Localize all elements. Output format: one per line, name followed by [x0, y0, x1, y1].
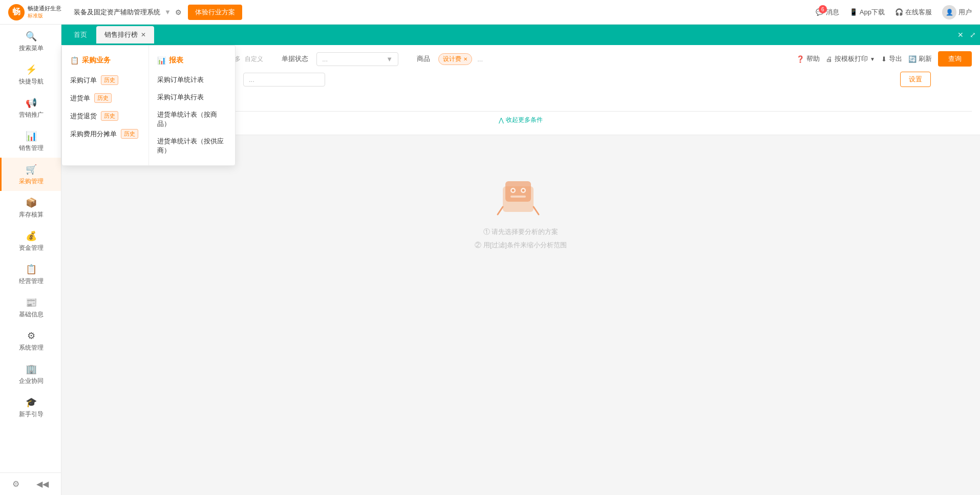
goods-tag: 设计费 ✕	[438, 53, 472, 65]
empty-icon	[495, 176, 546, 217]
collapse-arrow-icon: ⋀	[499, 117, 504, 124]
refresh-label: 刷新	[919, 54, 932, 63]
app-download-label: App下载	[860, 8, 885, 17]
empty-hint-1: ① 请先选择要分析的方案	[483, 225, 559, 239]
sidebar-label-guide: 新手引导	[19, 410, 44, 419]
sidebar-item-enterprise[interactable]: 🏢 企业协同	[0, 357, 61, 391]
tab-expand-icon[interactable]: ⤢	[970, 31, 976, 39]
sidebar-collapse-btn[interactable]: ◀◀	[36, 479, 49, 489]
dropdown-purchase-col: 📋 采购业务 采购订单 历史 进货单 历史 进货退货 历史 采购费用分摊单 历史	[62, 46, 149, 165]
settings-btn-area: 设置	[900, 72, 931, 87]
system-title-text: 装备及固定资产辅助管理系统	[74, 8, 160, 17]
empty-hint-2: ② 用[过滤]条件来缩小分析范围	[475, 239, 567, 252]
sidebar-label-operations: 经营管理	[19, 277, 44, 286]
goods-more-dots[interactable]: ...	[477, 55, 483, 63]
operations-icon: 📋	[26, 264, 37, 275]
sidebar-item-base-info[interactable]: 📰 基础信息	[0, 291, 61, 324]
dropdown-item-cost[interactable]: 采购费用分摊单 历史	[62, 125, 148, 143]
dropdown-item-inbound-stat-supplier[interactable]: 进货单统计表（按供应商）	[149, 133, 236, 159]
history-badge-0: 历史	[101, 75, 118, 85]
order-stat-label: 采购订单统计表	[157, 75, 204, 84]
inbound-stat-supplier-label: 进货单统计表（按供应商）	[157, 137, 227, 155]
dropdown-menu: 📋 采购业务 采购订单 历史 进货单 历史 进货退货 历史 采购费用分摊单 历史…	[61, 45, 236, 166]
dropdown-item-inbound-stat-goods[interactable]: 进货单统计表（按商品）	[149, 106, 236, 133]
history-badge-2: 历史	[101, 111, 118, 121]
settings-btn[interactable]: 设置	[900, 72, 931, 87]
dropdown-item-purchase-order[interactable]: 采购订单 历史	[62, 71, 148, 89]
sidebar-item-operations[interactable]: 📋 经营管理	[0, 257, 61, 291]
salesman-filter-select[interactable]: ...	[243, 73, 325, 87]
return-label: 进货退货	[70, 112, 97, 121]
message-badge: 6	[819, 5, 827, 13]
order-exec-label: 采购订单执行表	[157, 93, 204, 102]
online-service-item[interactable]: 🎧 在线客服	[895, 8, 932, 17]
search-icon: 🔍	[26, 31, 37, 42]
inventory-icon: 📦	[26, 197, 37, 208]
headset-icon: 🎧	[895, 8, 903, 16]
sidebar-item-finance[interactable]: 💰 资金管理	[0, 224, 61, 257]
sidebar-item-inventory[interactable]: 📦 库存核算	[0, 191, 61, 224]
dropdown-item-order-stat[interactable]: 采购订单统计表	[149, 71, 236, 89]
dropdown-arrow-icon[interactable]: ▼	[164, 8, 171, 16]
sidebar-item-guide[interactable]: 🎓 新手引导	[0, 391, 61, 424]
sidebar-label-finance: 资金管理	[19, 244, 44, 252]
tab-sales-rank[interactable]: 销售排行榜 ✕	[96, 26, 154, 44]
goods-tag-text: 设计费	[443, 55, 461, 63]
status-filter-select[interactable]: ... ▼	[316, 52, 398, 66]
sidebar-item-quick-nav[interactable]: ⚡ 快捷导航	[0, 58, 61, 91]
logo-area: 畅 畅捷通好生意 标准版	[8, 4, 70, 20]
logo-badge: 标准版	[28, 12, 61, 19]
messages-label: 消息	[826, 8, 839, 17]
industry-btn[interactable]: 体验行业方案	[188, 5, 242, 20]
user-item[interactable]: 👤 用户	[942, 5, 972, 19]
export-btn[interactable]: ⬇ 导出	[881, 54, 902, 63]
tab-close-icon[interactable]: ✕	[141, 31, 146, 38]
avatar: 👤	[942, 5, 956, 19]
sidebar-label-search: 搜索菜单	[19, 44, 44, 53]
purchase-order-label: 采购订单	[70, 76, 97, 85]
tab-home[interactable]: 首页	[66, 26, 95, 44]
base-info-icon: 📰	[26, 297, 37, 308]
report-header-label: 报表	[169, 56, 183, 65]
goods-tag-close[interactable]: ✕	[463, 56, 467, 62]
help-label: 帮助	[806, 54, 820, 63]
sidebar-item-sales[interactable]: 📊 销售管理	[0, 124, 61, 158]
svg-point-5	[522, 189, 525, 192]
dropdown-item-return[interactable]: 进货退货 历史	[62, 107, 148, 125]
marketing-icon: 📢	[26, 97, 37, 109]
sidebar-item-search[interactable]: 🔍 搜索菜单	[0, 25, 61, 58]
date-custom-btn[interactable]: 自定义	[245, 55, 263, 63]
sidebar-item-marketing[interactable]: 📢 营销推广	[0, 91, 61, 124]
sidebar-label-inventory: 库存核算	[19, 210, 44, 219]
settings-icon[interactable]: ⚙	[175, 8, 182, 16]
tab-bar: 首页 销售排行榜 ✕ ✕ ⤢	[61, 25, 980, 45]
quick-nav-icon: ⚡	[26, 64, 37, 75]
top-right: 💬 6 消息 📱 App下载 🎧 在线客服 👤 用户	[816, 5, 972, 19]
sidebar-label-base-info: 基础信息	[19, 310, 44, 319]
purchase-header-icon: 📋	[70, 56, 79, 64]
logo-icon: 畅	[8, 4, 25, 20]
toolbar-right: ❓ 帮助 🖨 按模板打印 ▼ ⬇ 导出 🔄 刷新	[796, 51, 972, 67]
tab-window-close-icon[interactable]: ✕	[957, 31, 964, 39]
messages-item[interactable]: 💬 6 消息	[816, 8, 839, 17]
dropdown-item-order-exec[interactable]: 采购订单执行表	[149, 89, 236, 106]
refresh-icon: 🔄	[908, 55, 917, 63]
history-badge-1: 历史	[94, 93, 112, 103]
refresh-btn[interactable]: 🔄 刷新	[908, 54, 932, 63]
help-icon: ❓	[796, 55, 804, 63]
dropdown-item-inbound[interactable]: 进货单 历史	[62, 89, 148, 107]
svg-point-4	[512, 189, 515, 192]
tab-bar-right: ✕ ⤢	[957, 31, 976, 39]
print-btn[interactable]: 🖨 按模板打印 ▼	[826, 54, 875, 63]
sidebar-item-system[interactable]: ⚙ 系统管理	[0, 324, 61, 357]
app-download-item[interactable]: 📱 App下载	[849, 8, 885, 17]
print-arrow-icon: ▼	[870, 56, 875, 62]
step2-num: ②	[475, 241, 481, 249]
query-btn[interactable]: 查询	[938, 51, 972, 67]
sidebar-item-purchase[interactable]: 🛒 采购管理	[0, 158, 61, 191]
help-btn[interactable]: ❓ 帮助	[796, 54, 820, 63]
sidebar-settings-btn[interactable]: ⚙	[12, 479, 19, 489]
svg-rect-6	[510, 196, 526, 198]
hint1-text: 请先选择要分析的方案	[492, 228, 558, 235]
hint2-text: 用[过滤]条件来缩小分析范围	[483, 241, 567, 249]
